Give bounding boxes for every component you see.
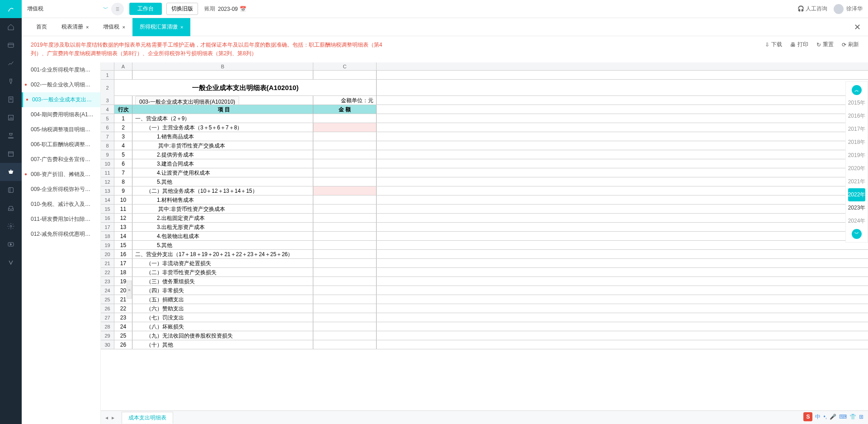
cell-amount[interactable] — [313, 159, 377, 168]
cell-seq[interactable]: 14 — [114, 232, 132, 240]
cell-amount[interactable] — [313, 132, 377, 141]
reset-button[interactable]: ↻ 重置 — [816, 41, 834, 48]
cell-amount[interactable] — [313, 168, 377, 177]
year-2019年[interactable]: 2019年 — [848, 149, 866, 162]
cell-amount[interactable] — [313, 150, 377, 159]
nav-home-icon[interactable] — [0, 18, 22, 36]
tab-税表清册[interactable]: 税表清册× — [54, 18, 96, 36]
sheet-nav[interactable]: ◂▸ — [101, 414, 119, 421]
row-num[interactable]: 18 — [101, 232, 114, 240]
cell-amount[interactable] — [313, 277, 377, 286]
cell-seq[interactable]: 15 — [114, 241, 132, 249]
ime-skin-icon[interactable]: 👕 — [849, 414, 856, 420]
form-item-007[interactable]: 007-广告费和业务宣传费跨… — [22, 152, 100, 167]
module-dropdown[interactable]: 增值税 ﹀ — [27, 5, 108, 13]
row-num[interactable]: 25 — [101, 295, 114, 304]
row-num[interactable]: 12 — [101, 177, 114, 186]
cell-amount[interactable] — [313, 304, 377, 313]
cell-amount[interactable] — [313, 259, 377, 267]
calendar-icon[interactable]: 📅 — [240, 6, 246, 12]
cell-amount[interactable] — [313, 195, 377, 204]
tab-首页[interactable]: 首页 — [29, 18, 54, 36]
row-num[interactable]: 19 — [101, 241, 114, 249]
col-header-c[interactable]: C — [313, 62, 377, 70]
cell-amount[interactable] — [313, 313, 377, 322]
cell-amount[interactable] — [313, 331, 377, 340]
row-num[interactable]: 21 — [101, 259, 114, 267]
cell-seq[interactable]: 5 — [114, 150, 132, 159]
cell-item[interactable]: （八）坏账损失 — [132, 322, 313, 331]
year-2015年[interactable]: 2015年 — [848, 96, 866, 110]
nav-v-icon[interactable] — [0, 253, 22, 272]
collapse-handle[interactable]: « — [127, 281, 132, 299]
cell-seq[interactable]: 26 — [114, 340, 132, 349]
row-num[interactable]: 16 — [101, 214, 114, 222]
tab-close-icon[interactable]: × — [122, 24, 125, 30]
form-item-001[interactable]: 001-企业所得税年度纳税申… — [22, 62, 100, 77]
tab-所得税汇算清缴[interactable]: 所得税汇算清缴× — [132, 18, 190, 36]
cell-amount[interactable] — [313, 177, 377, 186]
form-item-012[interactable]: 012-减免所得税优惠明细表(… — [22, 227, 100, 242]
cell-seq[interactable]: 9 — [114, 186, 132, 195]
cell-amount[interactable] — [313, 295, 377, 304]
ime-lang[interactable]: 中 — [815, 413, 821, 421]
cell-amount[interactable] — [313, 205, 377, 213]
cell-item[interactable]: （二）非货币性资产交换损失 — [132, 268, 313, 276]
cell-amount[interactable] — [313, 241, 377, 249]
nav-money-icon[interactable] — [0, 72, 22, 91]
nav-inbox-icon[interactable] — [0, 199, 22, 217]
cell-item[interactable]: （七）罚没支出 — [132, 313, 313, 322]
nav-video-icon[interactable] — [0, 235, 22, 253]
cell-item[interactable]: 二、营业外支出（17＋18＋19＋20＋21＋22＋23＋24＋25＋26） — [132, 250, 313, 258]
cell-item[interactable]: 5.其他 — [132, 177, 313, 186]
row-num[interactable]: 13 — [101, 186, 114, 195]
cell-seq[interactable]: 2 — [114, 123, 132, 132]
download-button[interactable]: ⇩ 下载 — [765, 41, 782, 48]
nav-card-icon[interactable] — [0, 36, 22, 54]
year-down-icon[interactable]: ︾ — [852, 229, 862, 239]
print-button[interactable]: 🖶 打印 — [790, 41, 808, 48]
cell-item[interactable]: （一）主营业务成本（3＋5＋6＋7＋8） — [132, 123, 313, 132]
row-num[interactable]: 22 — [101, 268, 114, 276]
ime-logo-icon[interactable]: S — [803, 412, 812, 421]
nav-stamp-icon[interactable] — [0, 127, 22, 145]
row-num[interactable]: 14 — [101, 195, 114, 204]
cell-seq[interactable]: 7 — [114, 168, 132, 177]
form-item-008[interactable]: ●008-资产折旧、摊销及纳税… — [22, 167, 100, 182]
row-num[interactable]: 26 — [101, 304, 114, 313]
close-all-tabs[interactable]: ✕ — [847, 22, 868, 32]
list-icon-button[interactable] — [111, 3, 124, 15]
cell-item[interactable]: （二）其他业务成本（10＋12＋13＋14＋15） — [132, 186, 313, 195]
workbench-button[interactable]: 工作台 — [129, 3, 162, 15]
support-link[interactable]: 🎧 人工咨询 — [797, 5, 827, 13]
cell-item[interactable]: 1.材料销售成本 — [132, 195, 313, 204]
col-header-a[interactable]: A — [114, 62, 132, 70]
sheet-tab[interactable]: 成本支出明细表 — [122, 412, 173, 424]
form-item-011[interactable]: 011-研发费用加计扣除优惠… — [22, 212, 100, 227]
spreadsheet[interactable]: A B C 1 2 一般企业成本支出明细表(A102010) 3 — [101, 62, 868, 410]
row-num[interactable]: 23 — [101, 277, 114, 286]
row-num[interactable]: 7 — [101, 132, 114, 141]
app-logo[interactable] — [0, 0, 22, 18]
cell-item[interactable]: 1.销售商品成本 — [132, 132, 313, 141]
row-num[interactable]: 28 — [101, 322, 114, 331]
row-num[interactable]: 27 — [101, 313, 114, 322]
cell-seq[interactable]: 18 — [114, 268, 132, 276]
row-num[interactable]: 20 — [101, 250, 114, 258]
year-up-icon[interactable]: ︽ — [852, 85, 862, 95]
cell-amount[interactable] — [313, 340, 377, 349]
cell-amount[interactable] — [313, 214, 377, 222]
nav-tax-icon[interactable] — [0, 163, 22, 181]
cell-seq[interactable]: 8 — [114, 177, 132, 186]
cell-item[interactable]: （六）赞助支出 — [132, 304, 313, 313]
cell-item[interactable]: 一、营业成本（2＋9） — [132, 114, 313, 123]
cell-item[interactable]: 2.出租固定资产成本 — [132, 214, 313, 222]
cell-item[interactable]: 2.提供劳务成本 — [132, 150, 313, 159]
nav-archive-icon[interactable] — [0, 181, 22, 199]
row-num[interactable]: 10 — [101, 159, 114, 168]
ime-punct-icon[interactable]: •, — [823, 414, 827, 420]
cell-item[interactable]: （一）非流动资产处置损失 — [132, 259, 313, 267]
cell-seq[interactable]: 17 — [114, 259, 132, 267]
cell-seq[interactable]: 23 — [114, 313, 132, 322]
cell-item[interactable]: 3.出租无形资产成本 — [132, 223, 313, 231]
